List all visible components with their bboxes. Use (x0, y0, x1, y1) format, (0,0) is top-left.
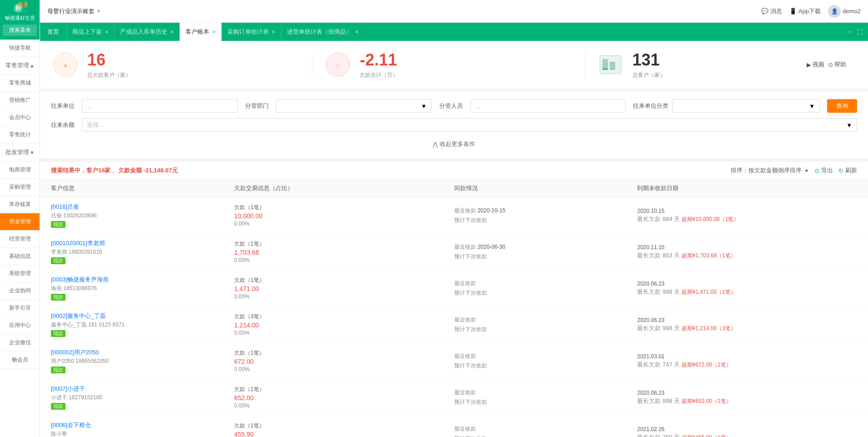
sidebar-item-app-center[interactable]: 应用中心 (0, 317, 40, 334)
overdue-link-0[interactable]: 超期¥10,000.00（1笔） (682, 216, 739, 222)
customer-info-5: [0007]小进干 小进干 18279152100 现款 (51, 385, 234, 410)
customer-info-6: [0006]去下粮仓 陈小希 现款 (51, 421, 234, 437)
filter-row-2: 往来余额 选择... ▼ (51, 118, 857, 132)
help-btn[interactable]: ⊙ 帮助 (828, 60, 846, 69)
sidebar-item-purchase[interactable]: 采购管理 (0, 179, 40, 196)
debt-info-6: 欠款（1笔） 455.90 0.00% (234, 422, 454, 437)
return-date-1: 2020-06-30 (477, 244, 505, 250)
sidebar-item-system[interactable]: 系统管理 (0, 265, 40, 282)
sidebar-item-changhui[interactable]: 畅会员 (0, 352, 40, 369)
sidebar-item-ecommerce[interactable]: 电商管理 (0, 161, 40, 179)
filter-unit-category-label: 往来单位分类 (633, 102, 668, 110)
refresh-btn[interactable]: ↻ 刷新 (838, 166, 857, 175)
sidebar-item-finance[interactable]: 资金管理 (0, 213, 40, 231)
main-content: 母婴行业演示账套 ▼ 💬 消息 📱 App下载 👤 demo2 首页 (40, 0, 868, 437)
return-label-6: 最近收款 (454, 426, 476, 432)
overdue-date-0: 2020.10.15 (637, 208, 857, 214)
sidebar-item-marketing[interactable]: 营销推广 (0, 92, 40, 109)
return-info-0: 最近收款 2020-10-15 预计下次收款 (454, 207, 637, 224)
tab-purchase-product-stats[interactable]: 进货单统计表（按商品） ✕ (281, 23, 364, 41)
sort-label: 排序：按欠款金额倒序排序 (731, 166, 802, 175)
export-btn[interactable]: ⊙ 导出 (814, 166, 833, 175)
search-button[interactable]: 查询 (827, 99, 857, 113)
debt-count-6: 欠款（1笔） (234, 422, 454, 430)
sidebar-item-quick-nav[interactable]: 快捷导航 (0, 40, 40, 57)
filter-balance-select[interactable]: 选择... ▼ (82, 118, 857, 132)
balance-placeholder: 选择... (87, 121, 104, 129)
debt-count-5: 欠款（1笔） (234, 386, 454, 393)
col-header-debt: 欠款交易信息（占比） (234, 184, 454, 192)
sort-select[interactable]: 排序：按欠款金额倒序排序 ▼ (731, 166, 809, 175)
table-row: [0003]畅捷服务尹海燕 海燕 18513066976 现款 欠款（1笔） 1… (40, 270, 868, 306)
sidebar-item-retail-mall[interactable]: 零售商城 (0, 75, 40, 92)
overdue-link-2[interactable]: 超期¥1,471.00（1笔） (682, 289, 736, 295)
overdue-link-3[interactable]: 超期¥1,214.00（3笔） (682, 325, 736, 332)
customer-info-1: [0001020001]李老师 李老师 18600391516 现款 (51, 239, 234, 264)
sidebar-item-guide[interactable]: 新手引导 (0, 300, 40, 317)
tab-product-listing-close[interactable]: ✕ (105, 29, 109, 35)
tab-production-history-close[interactable]: ✕ (170, 29, 174, 35)
app-download-btn[interactable]: 📱 App下载 (789, 7, 821, 15)
return-label-0: 最近收款 (454, 207, 476, 214)
collapse-button[interactable]: ⋀ 收起更多条件 (433, 137, 475, 151)
customer-name-5[interactable]: [0007]小进干 (51, 385, 85, 392)
customer-name-2[interactable]: [0003]畅捷服务尹海燕 (51, 276, 109, 283)
overdue-link-4[interactable]: 超期¥672.00（1笔） (682, 362, 732, 368)
tab-customer-ledger-close[interactable]: ✕ (212, 29, 216, 35)
customer-name-3[interactable]: [0002]服务中心_丁磊 (51, 312, 106, 319)
overdue-date-2: 2020.06.23 (637, 281, 857, 287)
message-btn[interactable]: 💬 消息 (761, 7, 782, 15)
sidebar-item-member[interactable]: 会员中心 (0, 109, 40, 126)
customer-name-4[interactable]: [000002]用户2050 (51, 349, 99, 356)
overdue-link-1[interactable]: 超期¥1,703.68（1笔） (682, 252, 736, 259)
tab-purchase-stats-close[interactable]: ✕ (271, 29, 276, 35)
tab-home[interactable]: 首页 (40, 23, 66, 41)
customer-tag-5: 现款 (51, 403, 65, 410)
tab-purchase-product-stats-close[interactable]: ✕ (355, 29, 359, 35)
sidebar-item-operations[interactable]: 经营管理 (0, 231, 40, 248)
search-menu-label[interactable]: 搜索菜单 (3, 25, 37, 36)
overdue-link-6[interactable]: 超期¥455.90（1笔） (682, 434, 732, 437)
sidebar-item-enterprise-collab[interactable]: 企业协同 (0, 282, 40, 300)
svg-text:生意: 生意 (17, 2, 27, 8)
customer-name-1[interactable]: [0001020001]李老师 (51, 240, 105, 246)
filter-dept-select[interactable]: ▼ (276, 99, 432, 113)
video-label: 视频 (813, 60, 824, 69)
user-avatar-btn[interactable]: 👤 demo2 (828, 5, 861, 18)
message-icon: 💬 (761, 8, 768, 15)
video-btn[interactable]: ▶ 视频 (807, 60, 824, 69)
sidebar-item-inventory[interactable]: 库存核算 (0, 196, 40, 213)
customer-name-6[interactable]: [0006]去下粮仓 (51, 422, 91, 428)
filter-source-unit-input[interactable]: ... (82, 99, 238, 113)
debt-amount-1: 1,703.68 (234, 249, 454, 256)
return-date-0: 2020-10-15 (477, 207, 505, 214)
filter-unit-category-select[interactable]: ▼ (672, 99, 820, 113)
overdue-date-3: 2020.06.23 (637, 317, 857, 323)
tab-production-history-label: 产成品入库单历史 (120, 28, 167, 36)
debt-customers-icon: ¥ (51, 50, 80, 79)
tab-product-listing[interactable]: 商品上下架 ✕ (66, 23, 114, 41)
app-selector-label: 母婴行业演示账套 (47, 7, 95, 15)
filter-person-input[interactable]: ... (470, 99, 626, 113)
tab-purchase-stats[interactable]: 采购订单统计表 ✕ (221, 23, 281, 41)
overdue-link-5[interactable]: 超期¥652.00（1笔） (682, 398, 732, 404)
overdue-date-5: 2020.06.23 (637, 390, 857, 396)
sidebar-item-wholesale[interactable]: 批发管理 ▼ (0, 144, 40, 161)
customer-name-0[interactable]: [0016]吕俊 (51, 203, 79, 210)
search-menu-btn[interactable]: 搜索菜单 (0, 23, 40, 40)
tab-production-history[interactable]: 产成品入库单历史 ✕ (114, 23, 180, 41)
tab-maximize-icon[interactable]: ⛶ (857, 29, 863, 35)
tab-customer-ledger[interactable]: 客户账本 ✕ (180, 23, 221, 41)
debt-amount-icon: ◇ (323, 50, 352, 79)
debt-info-4: 欠款（1笔） 672.00 0.00% (234, 349, 454, 372)
return-info-4: 最近收款 预计下次收款 (454, 352, 637, 370)
debt-amount-number: -2.11 (360, 50, 398, 70)
tab-minimize-icon[interactable]: － (847, 28, 853, 36)
sidebar-item-enterprise-wechat[interactable]: 企业微信 (0, 334, 40, 352)
overdue-days-6: 最长欠款 750 天 超期¥455.90（1笔） (637, 433, 857, 437)
sidebar-item-retail-mgmt[interactable]: 零售管理 ▲ (0, 57, 40, 75)
sidebar-item-basic-info[interactable]: 基础信息 (0, 248, 40, 265)
sidebar-item-retail-stats[interactable]: 零售统计 (0, 126, 40, 144)
app-selector[interactable]: 母婴行业演示账套 ▼ (47, 7, 101, 15)
customer-tag-3: 现款 (51, 330, 65, 337)
